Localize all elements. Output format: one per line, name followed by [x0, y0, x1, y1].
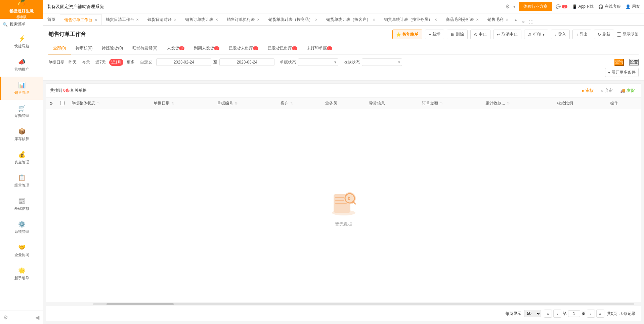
- status-select[interactable]: [298, 58, 338, 66]
- tab-sales-stats-close[interactable]: ✕: [215, 18, 218, 22]
- message-btn[interactable]: 💬 6: [556, 4, 567, 9]
- import-btn[interactable]: ↓ 导入: [551, 30, 570, 39]
- sidebar-item-system[interactable]: ⚙️ 系统管理: [0, 216, 43, 239]
- tab-goods-stats[interactable]: 销货单统计表（按商品） ✕: [264, 14, 322, 25]
- user-btn[interactable]: 👤 用友: [626, 4, 640, 9]
- date-quick-month[interactable]: 近1月: [109, 59, 124, 66]
- app-download-btn[interactable]: 📱 App下载: [572, 4, 594, 9]
- date-quick-today[interactable]: 今天: [80, 59, 92, 66]
- sidebar-collapse-icon[interactable]: ◀: [35, 314, 39, 321]
- sidebar-item-quicknav[interactable]: ⚡ 快捷导航: [0, 30, 43, 53]
- page-next-btn[interactable]: ›: [587, 310, 595, 318]
- sidebar-settings-icon[interactable]: ⚙: [3, 314, 8, 321]
- refresh-btn[interactable]: ↻ 刷新: [594, 30, 614, 39]
- smart-btn[interactable]: ⭐ 智能生单: [392, 30, 422, 39]
- date-quick-more[interactable]: 更多: [125, 59, 137, 66]
- topbar-gear-icon[interactable]: ⚙: [505, 3, 510, 10]
- delete-btn[interactable]: 🗑 删除: [447, 30, 468, 39]
- col-amount-sort[interactable]: ⇅: [440, 102, 443, 105]
- add-btn[interactable]: + 新增: [425, 30, 444, 39]
- sub-tab-pending[interactable]: 待审核(0): [71, 43, 97, 54]
- print-btn[interactable]: 🖨 打印 ▾: [524, 30, 548, 39]
- stop-btn[interactable]: ⊘ 中止: [470, 30, 490, 39]
- sidebar-item-marketing[interactable]: 📣 营销推广: [0, 53, 43, 77]
- tab-goods-stats-close[interactable]: ✕: [315, 18, 317, 22]
- page-input[interactable]: [568, 310, 580, 317]
- sub-tab-overdue[interactable]: 到期未发货0: [189, 43, 224, 54]
- show-detail-checkbox[interactable]: 显示明细: [617, 32, 639, 37]
- tab-daily-reconcile-close[interactable]: ✕: [174, 18, 176, 22]
- tab-customer-stats[interactable]: 销货单统计表（按客户） ✕: [322, 14, 380, 25]
- date-to-input[interactable]: [219, 58, 274, 66]
- export-btn[interactable]: ↑ 导出: [572, 30, 591, 39]
- page-prev-btn[interactable]: ‹: [553, 310, 561, 318]
- tab-sales-profit-close[interactable]: ✕: [506, 18, 508, 22]
- tab-daily-reconcile[interactable]: 钱货日清对账 ✕: [143, 14, 181, 25]
- tab-sales-stats[interactable]: 销售订单统计表 ✕: [181, 14, 222, 25]
- sidebar-item-collab[interactable]: 🤝 企业协同: [0, 239, 43, 262]
- col-check[interactable]: [57, 98, 68, 109]
- tab-sales-workbench-close[interactable]: ✕: [94, 18, 97, 22]
- col-status-sort[interactable]: ⇅: [97, 102, 100, 105]
- online-support-btn[interactable]: 🎧 在线客服: [598, 4, 621, 9]
- scrollbar-area[interactable]: [46, 302, 641, 306]
- tabbar-more-btn[interactable]: ▸: [513, 14, 519, 25]
- sub-tab-shipped-out[interactable]: 已发货未出库0: [224, 43, 263, 54]
- tab-daily-clear-close[interactable]: ✕: [136, 18, 139, 22]
- tab-sales-exec-close[interactable]: ✕: [257, 18, 260, 22]
- date-quick-7days[interactable]: 近7天: [93, 59, 108, 66]
- date-from-input[interactable]: [156, 58, 211, 66]
- sub-tab-unprinted[interactable]: 未打印单据0: [302, 43, 337, 54]
- settings-filter-btn[interactable]: 设置: [629, 59, 639, 66]
- sub-tab-shipped-in[interactable]: 已发货已出库0: [263, 43, 302, 54]
- sidebar-item-inventory[interactable]: 📦 库存核算: [0, 123, 43, 146]
- sub-tab-wangpu[interactable]: 旺铺待发货(0): [128, 43, 162, 54]
- sub-tab-all[interactable]: 全部(0): [48, 43, 71, 54]
- payment-select-wrapper[interactable]: [362, 58, 402, 66]
- payment-select[interactable]: [362, 58, 402, 66]
- tab-staff-stats[interactable]: 销货单统计表（按业务员） ✕: [380, 14, 441, 25]
- status-select-wrapper[interactable]: [298, 58, 338, 66]
- date-quick-yesterday[interactable]: 昨天: [67, 59, 79, 66]
- sub-tab-picking[interactable]: 待拣验货(0): [97, 43, 128, 54]
- expand-filter-btn[interactable]: ▾ 展开更多条件: [605, 68, 639, 77]
- date-quick-custom[interactable]: 自定义: [138, 59, 154, 66]
- tab-sales-workbench[interactable]: 销售订单工作台 ✕: [60, 14, 101, 26]
- sidebar-item-basic[interactable]: 📰 基础信息: [0, 193, 43, 216]
- show-detail-input[interactable]: [617, 32, 621, 37]
- sidebar-search[interactable]: 🔍 搜索菜单: [0, 19, 43, 30]
- col-date-sort[interactable]: ⇅: [171, 102, 174, 105]
- sidebar-item-sales[interactable]: 📊 销售管理: [0, 77, 43, 100]
- cancel-stop-btn[interactable]: ↩ 取消中止: [493, 30, 521, 39]
- tab-daily-clear[interactable]: 钱货日清工作台 ✕: [101, 14, 143, 25]
- tab-home[interactable]: 首页: [43, 14, 60, 25]
- scrollbar-thumb[interactable]: [106, 303, 174, 305]
- tab-sales-profit[interactable]: 销售毛利 ✕: [483, 14, 513, 25]
- sidebar-item-finance[interactable]: 💰 资金管理: [0, 146, 43, 169]
- tab-profit-analysis[interactable]: 商品毛利分析表 ✕: [441, 14, 483, 25]
- per-page-select[interactable]: 50 10 20 100: [524, 310, 541, 317]
- select-all-checkbox[interactable]: [60, 101, 65, 105]
- col-settings[interactable]: ⚙: [46, 98, 57, 109]
- experience-btn[interactable]: 体验行业方案: [519, 2, 552, 11]
- page-last-btn[interactable]: »: [596, 310, 604, 318]
- sidebar-item-purchase[interactable]: 🛒 采购管理: [0, 100, 43, 123]
- fullscreen-btn[interactable]: ⛶: [527, 19, 534, 25]
- tab-customer-stats-close[interactable]: ✕: [373, 18, 375, 22]
- close-all-btn[interactable]: ✕: [520, 19, 526, 25]
- sub-tab-unshipped[interactable]: 未发货0: [162, 43, 189, 54]
- sidebar-item-guide[interactable]: 🌟 新手引导: [0, 262, 43, 285]
- revoke-btn[interactable]: ○ 弃审: [599, 86, 615, 95]
- tab-staff-stats-close[interactable]: ✕: [434, 18, 437, 22]
- page-first-btn[interactable]: «: [544, 310, 552, 318]
- approve-btn[interactable]: ● 审核: [579, 86, 596, 95]
- sidebar-item-operation[interactable]: 📋 经营管理: [0, 169, 43, 193]
- tab-profit-analysis-close[interactable]: ✕: [476, 18, 479, 22]
- query-btn[interactable]: 查询: [614, 59, 624, 66]
- tab-sales-exec[interactable]: 销售订单执行表 ✕: [222, 14, 264, 25]
- col-customer-sort[interactable]: ⇅: [290, 102, 293, 105]
- ship-btn[interactable]: 🚚 发货: [618, 86, 637, 95]
- topbar-dropdown-icon[interactable]: ▾: [513, 4, 515, 9]
- col-cumulative-sort[interactable]: ⇅: [507, 102, 510, 105]
- col-number-sort[interactable]: ⇅: [235, 102, 238, 105]
